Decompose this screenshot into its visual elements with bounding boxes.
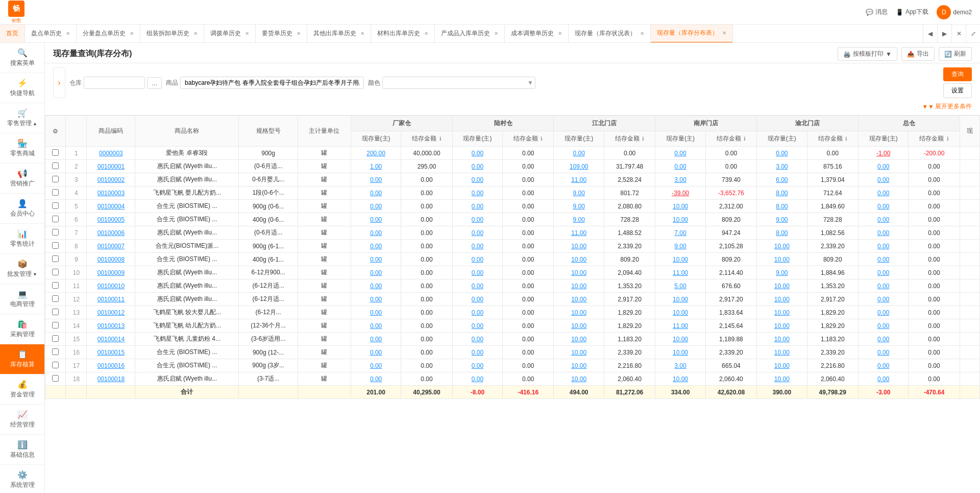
row-luchun-qty[interactable]: 0.00: [452, 147, 503, 160]
row-yubei-qty[interactable]: 10.00: [757, 319, 807, 333]
row-code[interactable]: 0000003: [87, 147, 135, 160]
row-luchun-qty[interactable]: 0.00: [452, 186, 503, 200]
row-code[interactable]: 00100009: [87, 266, 135, 279]
tab-other-out[interactable]: 其他出库单历史 ✕: [307, 25, 371, 43]
row-nanan-qty[interactable]: 0.00: [655, 147, 706, 160]
row-factory-qty[interactable]: 0.00: [351, 213, 401, 226]
row-luchun-qty[interactable]: 0.00: [452, 253, 503, 266]
refresh-btn[interactable]: 🔄 刷新: [939, 47, 972, 61]
row-nanan-qty[interactable]: 10.00: [655, 200, 706, 213]
row-jiangbei-qty[interactable]: 10.00: [554, 266, 604, 279]
row-yubei-qty[interactable]: 10.00: [757, 346, 807, 359]
tab-material-out-close[interactable]: ✕: [424, 31, 428, 36]
col-nanan-amt-header[interactable]: 结存金额 ℹ: [705, 131, 756, 147]
row-jiangbei-qty[interactable]: 9.00: [554, 186, 604, 200]
nav-next-arrow[interactable]: ▶: [937, 25, 951, 43]
row-total-qty[interactable]: 0.00: [858, 173, 909, 186]
app-download-btn[interactable]: 📱 App下载: [896, 8, 928, 16]
row-luchun-qty[interactable]: 0.00: [452, 359, 503, 372]
row-factory-qty[interactable]: 1.00: [351, 160, 401, 173]
row-check[interactable]: [52, 229, 59, 236]
row-factory-qty[interactable]: 0.00: [351, 240, 401, 253]
row-nanan-qty[interactable]: 10.00: [655, 253, 706, 266]
tab-product-in[interactable]: 产成品入库单历史 ✕: [435, 25, 505, 43]
row-total-qty[interactable]: 0.00: [858, 240, 909, 253]
nav-prev-arrow[interactable]: ◀: [923, 25, 937, 43]
row-checkbox[interactable]: [45, 213, 66, 226]
row-checkbox[interactable]: [45, 346, 66, 359]
row-check[interactable]: [52, 348, 59, 355]
row-nanan-qty[interactable]: 5.00: [655, 279, 706, 293]
row-checkbox[interactable]: [45, 253, 66, 266]
row-code[interactable]: 00100014: [87, 333, 135, 346]
row-checkbox[interactable]: [45, 293, 66, 306]
col-name-header[interactable]: 商品名称: [135, 116, 239, 147]
col-settings-header[interactable]: ⚙: [45, 116, 66, 147]
col-factory-amt-header[interactable]: 结存金额 ℹ: [401, 131, 452, 147]
row-checkbox[interactable]: [45, 279, 66, 293]
row-factory-qty[interactable]: 0.00: [351, 319, 401, 333]
row-check[interactable]: [52, 242, 59, 249]
tab-requisition-close[interactable]: ✕: [297, 31, 301, 36]
row-nanan-qty[interactable]: 7.00: [655, 226, 706, 240]
row-check[interactable]: [52, 282, 59, 289]
row-factory-qty[interactable]: 0.00: [351, 372, 401, 386]
row-yubei-qty[interactable]: 10.00: [757, 372, 807, 386]
tab-assemble[interactable]: 组装拆卸单历史 ✕: [140, 25, 204, 43]
tab-requisition[interactable]: 要货单历史 ✕: [256, 25, 307, 43]
row-code[interactable]: 00100001: [87, 160, 135, 173]
sidebar-item-operations[interactable]: 📈 经营管理: [0, 405, 44, 435]
row-checkbox[interactable]: [45, 186, 66, 200]
row-yubei-qty[interactable]: 10.00: [757, 240, 807, 253]
row-code[interactable]: 00100005: [87, 213, 135, 226]
tab-branch-count-close[interactable]: ✕: [130, 31, 134, 36]
row-factory-qty[interactable]: 0.00: [351, 266, 401, 279]
row-checkbox[interactable]: [45, 333, 66, 346]
row-code[interactable]: 00100002: [87, 173, 135, 186]
row-code[interactable]: 00100008: [87, 253, 135, 266]
row-jiangbei-qty[interactable]: 10.00: [554, 240, 604, 253]
tab-stock-dist[interactable]: 现存量（库存分布表） ✕: [651, 25, 733, 43]
tab-cost-adjust[interactable]: 成本调整单历史 ✕: [505, 25, 569, 43]
row-luchun-qty[interactable]: 0.00: [452, 293, 503, 306]
row-luchun-qty[interactable]: 0.00: [452, 333, 503, 346]
row-jiangbei-qty[interactable]: 10.00: [554, 359, 604, 372]
row-nanan-qty[interactable]: 11.00: [655, 319, 706, 333]
row-total-qty[interactable]: 0.00: [858, 372, 909, 386]
row-checkbox[interactable]: [45, 173, 66, 186]
sidebar-item-marketing[interactable]: 📢 营销推广: [0, 163, 44, 194]
row-yubei-qty[interactable]: 8.00: [757, 200, 807, 213]
col-yubei-amt-header[interactable]: 结存金额 ℹ: [807, 131, 858, 147]
sidebar-item-member[interactable]: 👤 会员中心: [0, 194, 44, 224]
tab-stock-count[interactable]: 盘点单历史 ✕: [25, 25, 77, 43]
row-nanan-qty[interactable]: 10.00: [655, 293, 706, 306]
tab-transfer[interactable]: 调拨单历史 ✕: [204, 25, 256, 43]
sidebar-item-ecommerce[interactable]: 💻 电商管理: [0, 284, 44, 314]
row-nanan-qty[interactable]: 10.00: [655, 213, 706, 226]
row-luchun-qty[interactable]: 0.00: [452, 372, 503, 386]
row-jiangbei-qty[interactable]: 109.00: [554, 160, 604, 173]
row-jiangbei-qty[interactable]: 9.00: [554, 200, 604, 213]
row-code[interactable]: 00100006: [87, 226, 135, 240]
row-check[interactable]: [52, 309, 59, 315]
row-nanan-qty[interactable]: 10.00: [655, 346, 706, 359]
tab-home[interactable]: 首页: [0, 25, 25, 43]
message-btn[interactable]: 💬 消息: [866, 8, 888, 16]
row-factory-qty[interactable]: 0.00: [351, 333, 401, 346]
row-yubei-qty[interactable]: 9.00: [757, 213, 807, 226]
warehouse-input[interactable]: [84, 77, 145, 89]
row-yubei-qty[interactable]: 10.00: [757, 253, 807, 266]
row-jiangbei-qty[interactable]: 10.00: [554, 333, 604, 346]
row-factory-qty[interactable]: 0.00: [351, 173, 401, 186]
row-checkbox[interactable]: [45, 240, 66, 253]
sidebar-item-wholesale[interactable]: 📦 批发管理 ▼: [0, 254, 44, 284]
row-nanan-qty[interactable]: 9.00: [655, 240, 706, 253]
row-luchun-qty[interactable]: 0.00: [452, 279, 503, 293]
print-btn[interactable]: 🖨️ 按模板打印 ▼: [838, 47, 897, 61]
col-jiangbei-qty-header[interactable]: 现存量(主): [554, 131, 604, 147]
row-yubei-qty[interactable]: 6.00: [757, 173, 807, 186]
sidebar-item-retail-stats[interactable]: 📊 零售统计: [0, 224, 44, 254]
row-check[interactable]: [52, 255, 59, 262]
tab-stock-status[interactable]: 现存量（库存状况表） ✕: [569, 25, 651, 43]
row-check[interactable]: [52, 189, 59, 196]
